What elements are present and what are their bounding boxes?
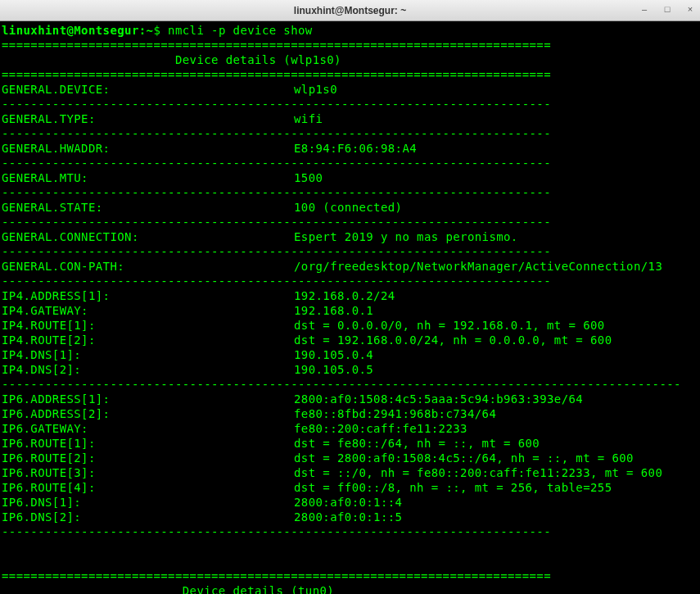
field-general-conpath: GENERAL.CON-PATH:/org/freedesktop/Networ… — [2, 259, 700, 274]
field-ip6-route1: IP6.ROUTE[1]:dst = fe80::/64, nh = ::, m… — [2, 436, 700, 451]
field-ip6-address2: IP6.ADDRESS[2]:fe80::8fbd:2941:968b:c734… — [2, 406, 700, 421]
field-label: GENERAL.DEVICE: — [2, 82, 294, 97]
field-ip4-dns2: IP4.DNS[2]:190.105.0.5 — [2, 362, 700, 377]
separator-dash: ----------------------------------------… — [2, 97, 700, 111]
field-value: dst = fe80::/64, nh = ::, mt = 600 — [294, 437, 540, 450]
separator-dash: ----------------------------------------… — [2, 524, 700, 539]
separator-dash: ----------------------------------------… — [2, 215, 700, 229]
window-titlebar: linuxhint@Montsegur: ~ – □ × — [0, 0, 700, 21]
field-value: 190.105.0.5 — [294, 363, 373, 376]
field-label: GENERAL.MTU: — [2, 170, 294, 185]
field-general-device: GENERAL.DEVICE:wlp1s0 — [2, 82, 700, 97]
separator-dash: ----------------------------------------… — [2, 244, 700, 259]
separator-double: ========================================… — [2, 38, 700, 52]
window-controls: – □ × — [639, 4, 695, 14]
field-general-hwaddr: GENERAL.HWADDR:E8:94:F6:06:98:A4 — [2, 141, 700, 156]
field-value: E8:94:F6:06:98:A4 — [294, 142, 417, 155]
field-label: GENERAL.HWADDR: — [2, 141, 294, 156]
field-label: IP6.ADDRESS[2]: — [2, 406, 294, 421]
field-value: dst = 0.0.0.0/0, nh = 192.168.0.1, mt = … — [294, 319, 605, 332]
field-ip6-route2: IP6.ROUTE[2]:dst = 2800:af0:1508:4c5::/6… — [2, 451, 700, 465]
field-label: IP6.ROUTE[3]: — [2, 465, 294, 480]
field-value: dst = 2800:af0:1508:4c5::/64, nh = ::, m… — [294, 451, 634, 465]
field-value: dst = 192.168.0.0/24, nh = 0.0.0.0, mt =… — [294, 333, 612, 347]
terminal-body[interactable]: linuxhint@Montsegur:~$ nmcli -p device s… — [0, 21, 700, 594]
field-label: IP6.DNS[2]: — [2, 510, 294, 524]
terminal-window: linuxhint@Montsegur: ~ – □ × linuxhint@M… — [0, 0, 700, 594]
separator-dash: ----------------------------------------… — [2, 156, 700, 170]
field-value: 1500 — [294, 171, 323, 184]
field-general-connection: GENERAL.CONNECTION:Espert 2019 y no mas … — [2, 229, 700, 244]
field-ip6-address1: IP6.ADDRESS[1]:2800:af0:1508:4c5:5aaa:5c… — [2, 392, 700, 406]
field-value: 192.168.0.2/24 — [294, 289, 395, 302]
field-label: IP4.GATEWAY: — [2, 303, 294, 318]
field-ip6-dns1: IP6.DNS[1]:2800:af0:0:1::4 — [2, 495, 700, 510]
field-value: 2800:af0:0:1::4 — [294, 496, 402, 509]
field-ip4-address1: IP4.ADDRESS[1]:192.168.0.2/24 — [2, 288, 700, 303]
field-value: wlp1s0 — [294, 83, 337, 96]
field-label: GENERAL.CONNECTION: — [2, 229, 294, 244]
separator-double: ========================================… — [2, 569, 700, 583]
field-label: IP4.ROUTE[1]: — [2, 318, 294, 333]
field-value: fe80::8fbd:2941:968b:c734/64 — [294, 407, 496, 420]
field-value: fe80::200:caff:fe11:2233 — [294, 422, 467, 435]
field-value: 190.105.0.4 — [294, 348, 373, 361]
field-general-type: GENERAL.TYPE:wifi — [2, 111, 700, 126]
field-ip4-route2: IP4.ROUTE[2]:dst = 192.168.0.0/24, nh = … — [2, 333, 700, 347]
field-ip4-dns1: IP4.DNS[1]:190.105.0.4 — [2, 347, 700, 362]
field-ip6-route4: IP6.ROUTE[4]:dst = ff00::/8, nh = ::, mt… — [2, 480, 700, 495]
field-value: dst = ff00::/8, nh = ::, mt = 256, table… — [294, 481, 612, 494]
field-value: /org/freedesktop/NetworkManager/ActiveCo… — [294, 260, 662, 273]
field-value: 2800:af0:1508:4c5:5aaa:5c94:b963:393e/64 — [294, 392, 583, 406]
field-value: wifi — [294, 112, 323, 125]
field-ip6-gateway: IP6.GATEWAY:fe80::200:caff:fe11:2233 — [2, 421, 700, 436]
field-general-mtu: GENERAL.MTU:1500 — [2, 170, 700, 185]
field-ip4-route1: IP4.ROUTE[1]:dst = 0.0.0.0/0, nh = 192.1… — [2, 318, 700, 333]
prompt-colon: : — [139, 24, 147, 37]
separator-double: ========================================… — [2, 67, 700, 82]
section-title-2: Device details (tun0) — [2, 583, 700, 594]
field-label: IP6.DNS[1]: — [2, 495, 294, 510]
field-label: IP4.DNS[1]: — [2, 347, 294, 362]
field-label: IP6.ADDRESS[1]: — [2, 392, 294, 406]
window-title: linuxhint@Montsegur: ~ — [294, 5, 406, 16]
field-ip6-dns2: IP6.DNS[2]:2800:af0:0:1::5 — [2, 510, 700, 524]
field-value: 100 (connected) — [294, 201, 402, 214]
field-value: Espert 2019 y no mas peronismo. — [294, 230, 518, 243]
separator-dash: ----------------------------------------… — [2, 126, 700, 141]
field-ip6-route3: IP6.ROUTE[3]:dst = ::/0, nh = fe80::200:… — [2, 465, 700, 480]
command-text: nmcli -p device show — [168, 24, 313, 37]
field-label: IP6.GATEWAY: — [2, 421, 294, 436]
field-value: 2800:af0:0:1::5 — [294, 510, 402, 524]
field-label: IP6.ROUTE[2]: — [2, 451, 294, 465]
field-label: GENERAL.STATE: — [2, 200, 294, 215]
field-label: IP4.ROUTE[2]: — [2, 333, 294, 347]
field-label: IP4.ADDRESS[1]: — [2, 288, 294, 303]
field-value: dst = ::/0, nh = fe80::200:caff:fe11:223… — [294, 466, 662, 479]
field-label: IP6.ROUTE[1]: — [2, 436, 294, 451]
minimize-button[interactable]: – — [639, 4, 649, 14]
field-ip4-gateway: IP4.GATEWAY:192.168.0.1 — [2, 303, 700, 318]
separator-dash: ----------------------------------------… — [2, 185, 700, 200]
section-title-1: Device details (wlp1s0) — [2, 52, 700, 67]
field-label: GENERAL.CON-PATH: — [2, 259, 294, 274]
separator-dash: ----------------------------------------… — [2, 274, 700, 288]
field-general-state: GENERAL.STATE:100 (connected) — [2, 200, 700, 215]
field-value: 192.168.0.1 — [294, 304, 373, 317]
field-label: IP6.ROUTE[4]: — [2, 480, 294, 495]
field-label: IP4.DNS[2]: — [2, 362, 294, 377]
maximize-button[interactable]: □ — [662, 4, 672, 14]
prompt-dollar: $ — [153, 24, 168, 37]
prompt-userhost: linuxhint@Montsegur — [2, 24, 139, 37]
separator-dash: ----------------------------------------… — [2, 377, 700, 392]
close-button[interactable]: × — [685, 4, 695, 14]
field-label: GENERAL.TYPE: — [2, 111, 294, 126]
